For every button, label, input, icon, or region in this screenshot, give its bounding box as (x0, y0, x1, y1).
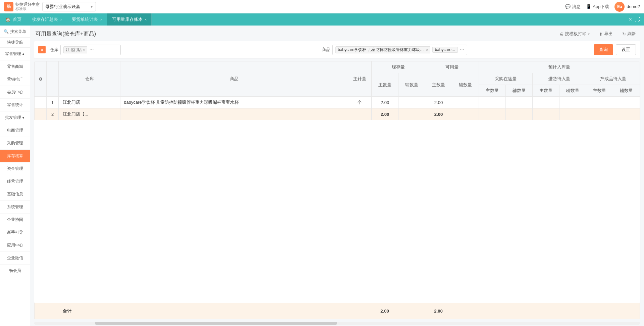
subtotal-row: 2 江北门店【... 2.00 2.00 (35, 108, 640, 120)
row-incoming-main (533, 97, 559, 108)
subtotal-index: 2 (47, 108, 59, 120)
footer-label: 合计 (59, 306, 122, 316)
tab-fullscreen-btn[interactable]: ⛶ (635, 16, 640, 22)
tab-home-label: 首页 (13, 16, 21, 22)
th-unit: 主计量 (348, 61, 372, 97)
sidebar-item-biz-wechat[interactable]: 企业微信 (0, 252, 30, 265)
th-stock-aux: 辅数量 (398, 73, 425, 97)
sidebar-retail-mgmt-label: 零售管理 (5, 51, 21, 57)
sidebar-item-inventory[interactable]: 库存核算 (0, 150, 30, 162)
sidebar-nav[interactable]: 快捷导航 (0, 38, 30, 48)
sidebar-item-retail-mgmt[interactable]: 零售管理 ▲ (0, 48, 30, 60)
sidebar-item-member2[interactable]: 畅会员 (0, 265, 30, 277)
footer-index-cell (47, 306, 59, 316)
th-incoming-main: 主数量 (533, 85, 559, 97)
industry-selector[interactable]: 母婴行业演示账套 ▾ (42, 2, 96, 11)
product-label: 商品 (322, 47, 330, 53)
footer-incoming-aux (559, 306, 586, 316)
sidebar-app-center-label: 应用中心 (7, 242, 23, 248)
th-available-group: 可用量 (425, 61, 479, 73)
tab-collect[interactable]: 收发存汇总表 × (27, 13, 67, 26)
th-stock-main: 主数量 (372, 73, 398, 97)
footer-prod-aux (613, 306, 640, 316)
tab-available-close[interactable]: × (145, 17, 147, 21)
message-btn[interactable]: 💬 消息 (565, 4, 581, 10)
row-purchase-aux (506, 97, 533, 108)
sidebar-item-retail-mall[interactable]: 零售商城 (0, 60, 30, 73)
sidebar-item-member[interactable]: 会员中心 (0, 86, 30, 99)
table-row: 1 江北门店 babycare学饮杯 儿童防摔防撞吸管杯重力球吸嘴杯宝宝水杯 个… (35, 97, 640, 108)
sidebar-item-ecommerce[interactable]: 电商管理 (0, 124, 30, 137)
sidebar-nav-label: 快捷导航 (7, 40, 23, 45)
sidebar-item-ops-mgmt[interactable]: 经营管理 (0, 175, 30, 188)
scrollbar-thumb[interactable] (95, 322, 337, 325)
message-label: 消息 (572, 4, 581, 10)
sidebar-item-basic-info[interactable]: 基础信息 (0, 188, 30, 201)
product-more-icon[interactable]: ··· (460, 47, 464, 53)
sidebar-biz-wechat-label: 企业微信 (7, 255, 23, 261)
sidebar-item-marketing[interactable]: 营销推广 (0, 73, 30, 86)
row-unit: 个 (348, 97, 372, 108)
th-purchase-aux: 辅数量 (506, 85, 533, 97)
row-gear[interactable] (35, 97, 47, 108)
subtotal-incoming-aux (559, 108, 586, 120)
sidebar-item-finance[interactable]: 资金管理 (0, 162, 30, 175)
product-tag1-remove[interactable]: × (426, 48, 428, 52)
sidebar-item-purchase[interactable]: 采购管理 (0, 137, 30, 150)
th-gear[interactable]: ⚙ (35, 61, 47, 97)
tab-close-all-btn[interactable]: × (629, 16, 632, 22)
sidebar-item-retail-stat[interactable]: 零售统计 (0, 99, 30, 111)
sidebar-search[interactable]: 🔍 搜索菜单 (0, 26, 30, 38)
refresh-btn[interactable]: ↻ 刷新 (620, 30, 639, 38)
product-tag1: babycare学饮杯 儿童防摔防撞吸管杯重力球吸嘴杯宝宝水杯 × (335, 46, 430, 53)
print-btn[interactable]: 🖨 按模板打印 ▾ (556, 30, 592, 38)
top-bar-left: 畅 畅捷通好生意 标准版 母婴行业演示账套 ▾ (4, 2, 96, 11)
app-download-label: App下载 (593, 4, 609, 10)
tab-order[interactable]: 要货单统计表 × (67, 13, 107, 26)
filter-row: » 仓库 江北门店 × ··· 商品 babycare学饮杯 儿童防摔防撞吸管杯… (34, 41, 640, 58)
filter-expand-btn[interactable]: » (38, 46, 46, 53)
product-input[interactable]: babycare学饮杯 儿童防摔防撞吸管杯重力球吸嘴杯宝宝水杯 × babyca… (332, 45, 467, 55)
th-production-group: 产成品待入量 (586, 73, 640, 85)
row-product: babycare学饮杯 儿童防摔防撞吸管杯重力球吸嘴杯宝宝水杯 (120, 97, 348, 108)
tab-available[interactable]: 可用量库存账本 × (107, 13, 152, 26)
th-index (47, 61, 59, 97)
sidebar-system-label: 系统管理 (7, 204, 23, 210)
tab-home[interactable]: 🏠 首页 (0, 13, 27, 26)
subtotal-incoming-main (533, 108, 559, 120)
warehouse-tag-remove[interactable]: × (83, 48, 85, 52)
th-warehouse: 仓库 (59, 61, 120, 97)
th-avail-main: 主数量 (425, 73, 452, 97)
tab-collect-close[interactable]: × (60, 17, 62, 21)
app-download-btn[interactable]: 📱 App下载 (586, 4, 609, 10)
export-btn[interactable]: ⬆ 导出 (596, 30, 615, 38)
th-product: 商品 (120, 61, 348, 97)
sidebar-item-newcomer[interactable]: 新手引导 (0, 226, 30, 239)
sidebar-ecommerce-label: 电商管理 (7, 128, 23, 133)
th-incoming-group: 进货待入量 (533, 73, 586, 85)
query-btn[interactable]: 查询 (594, 44, 613, 55)
settings-btn[interactable]: 设置 (616, 44, 636, 55)
warehouse-input[interactable]: 江北门店 × ··· (60, 45, 121, 55)
filter-buttons: 查询 设置 (594, 44, 636, 55)
warehouse-more-icon[interactable]: ··· (89, 47, 94, 53)
footer-avail-aux (452, 306, 479, 316)
sidebar-purchase-label: 采购管理 (7, 140, 23, 146)
table-container[interactable]: ⚙ 仓库 商品 主计量 现存量 可用量 预计入库量 主数量 辅数量 主数量 辅数… (34, 61, 640, 303)
footer-purchase-main (479, 306, 505, 316)
sidebar-item-wholesale-mgmt[interactable]: 批发管理 ▼ (0, 111, 30, 124)
page-title: 可用量查询(按仓库+商品) (36, 31, 96, 38)
subtotal-avail-aux (452, 108, 479, 120)
chevron-down-icon: ▾ (91, 4, 93, 9)
tab-order-close[interactable]: × (100, 17, 102, 21)
export-label: 导出 (604, 31, 613, 37)
sidebar-marketing-label: 营销推广 (7, 77, 23, 82)
footer-product-cell (122, 306, 348, 316)
sidebar-item-app-center[interactable]: 应用中心 (0, 239, 30, 252)
sidebar-item-system[interactable]: 系统管理 (0, 201, 30, 214)
warehouse-tag: 江北门店 × (63, 46, 87, 53)
user-area[interactable]: Ea demo2 (614, 2, 640, 12)
sidebar-item-enterprise[interactable]: 企业协同 (0, 214, 30, 226)
refresh-icon: ↻ (622, 32, 626, 37)
logo-area: 畅 畅捷通好生意 标准版 (4, 2, 40, 11)
